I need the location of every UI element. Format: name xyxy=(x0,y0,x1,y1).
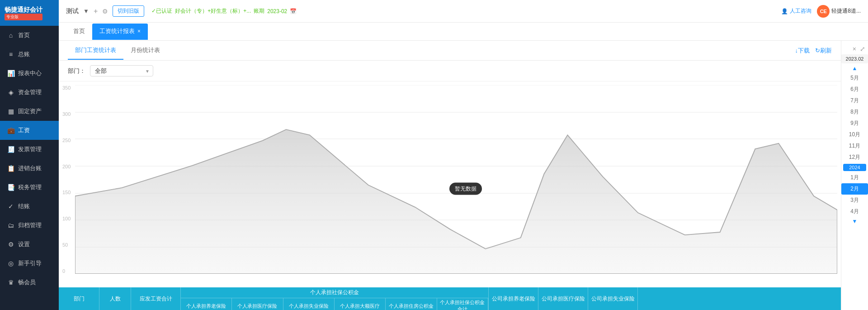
y-label-150: 150 xyxy=(62,190,71,195)
sidebar-item-assets[interactable]: ▦ 固定资产 xyxy=(0,102,59,121)
month-2-2024[interactable]: 2月 xyxy=(841,183,868,195)
add-button[interactable]: + xyxy=(94,7,98,15)
invoice-icon: 🧾 xyxy=(7,146,14,153)
sidebar-item-vip[interactable]: ♛ 畅会员 xyxy=(0,273,59,292)
app-badge: 专业版 xyxy=(5,14,42,20)
sidebar-label-tax: 税务管理 xyxy=(18,183,42,191)
settings-button[interactable]: ⚙ xyxy=(102,8,108,15)
download-button[interactable]: ↓下载 xyxy=(795,47,810,55)
col-count-label: 人数 xyxy=(110,295,121,303)
sidebar-label-home: 首页 xyxy=(18,31,30,39)
col-company-unemployment-label: 公司承担失业保险 xyxy=(591,295,635,303)
date-nav-up[interactable]: ▲ xyxy=(851,64,859,72)
panel-expand-button[interactable]: ⤢ xyxy=(859,44,866,53)
month-8[interactable]: 8月 xyxy=(841,106,868,118)
user-name: 轻捷通8道... xyxy=(831,7,861,15)
sidebar-logo: 畅捷通好会计 专业版 xyxy=(0,0,59,26)
col-total-salary-label: 应发工资合计 xyxy=(140,295,172,303)
month-9[interactable]: 9月 xyxy=(841,118,868,129)
panel-close-button[interactable]: × xyxy=(852,44,857,53)
tab-home-label: 首页 xyxy=(73,28,85,34)
sidebar-label-settle: 结账 xyxy=(18,202,30,210)
month-10[interactable]: 10月 xyxy=(841,129,868,140)
month-7[interactable]: 7月 xyxy=(841,95,868,106)
product-badges: 好会计（专）+好生意（标）+... xyxy=(175,7,251,15)
period-value: 2023-02 xyxy=(267,8,287,14)
group-cols-personal: 个人承担养老保险 个人承担医疗保险 个人承担失业保险 个人承担大额医疗 个人承担 xyxy=(181,298,488,310)
sidebar-item-guide[interactable]: ◎ 新手引导 xyxy=(0,254,59,273)
sidebar-label-guide: 新手引导 xyxy=(18,259,42,267)
col-dept: 部门 xyxy=(59,287,99,310)
panel-controls: × ⤢ xyxy=(841,43,868,53)
y-label-0: 0 xyxy=(62,268,71,274)
sidebar-item-reports[interactable]: 📊 报表中心 xyxy=(0,64,59,83)
tab-salary-report[interactable]: 工资统计报表 × xyxy=(92,24,148,40)
period-label: 账期 xyxy=(254,7,264,15)
month-5[interactable]: 5月 xyxy=(841,72,868,84)
user-menu[interactable]: CE 轻捷通8道... xyxy=(817,5,861,18)
col-medical-label: 个人承担医疗保险 xyxy=(237,303,277,310)
subtab-month-label: 月份统计表 xyxy=(131,47,160,53)
y-label-200: 200 xyxy=(62,164,71,169)
sidebar-label-invoice: 发票管理 xyxy=(18,145,42,153)
tab-home[interactable]: 首页 xyxy=(66,24,92,40)
sales-icon: 📋 xyxy=(7,165,14,172)
dropdown-arrow-icon: ▼ xyxy=(83,8,89,14)
refresh-button[interactable]: ↻刷新 xyxy=(815,47,832,55)
col-pension-label: 个人承担养老保险 xyxy=(186,303,226,310)
sidebar-item-funds[interactable]: ◈ 资金管理 xyxy=(0,83,59,102)
archive-icon: 🗂 xyxy=(7,222,14,229)
assets-icon: ▦ xyxy=(7,108,14,115)
month-4-2024[interactable]: 4月 xyxy=(841,206,868,217)
sidebar-item-invoice[interactable]: 🧾 发票管理 xyxy=(0,140,59,159)
sidebar-item-settings[interactable]: ⚙ 设置 xyxy=(0,235,59,254)
sidebar-item-salary[interactable]: 💼 工资 xyxy=(0,121,59,140)
subtab-dept-label: 部门工资统计表 xyxy=(75,47,116,53)
month-3-2024[interactable]: 3月 xyxy=(841,195,868,206)
tab-close-icon[interactable]: × xyxy=(137,28,141,34)
month-12[interactable]: 12月 xyxy=(841,152,868,163)
year-2024-label[interactable]: 2024 xyxy=(843,164,866,171)
sidebar-item-archive[interactable]: 🗂 归档管理 xyxy=(0,216,59,235)
funds-icon: ◈ xyxy=(7,89,14,96)
certification-badges: ✓已认证 好会计（专）+好生意（标）+... 账期 2023-02 📅 xyxy=(151,7,297,15)
content-area: 部门工资统计表 月份统计表 ↓下载 ↻刷新 部门： 全部 xyxy=(59,41,868,310)
col-personal-pension: 个人承担养老保险 xyxy=(181,298,232,310)
tab-salary-label: 工资统计报表 xyxy=(99,27,135,35)
topbar: 测试 ▼ + ⚙ 切到旧版 ✓已认证 好会计（专）+好生意（标）+... 账期 … xyxy=(59,0,868,23)
sidebar-item-settle[interactable]: ✓ 结账 xyxy=(0,197,59,216)
col-personal-housing: 个人承担住房公积金 xyxy=(386,298,437,310)
subtab-dept[interactable]: 部门工资统计表 xyxy=(68,42,123,60)
subtab-month[interactable]: 月份统计表 xyxy=(123,42,167,60)
month-1-2024[interactable]: 1月 xyxy=(841,172,868,183)
y-label-250: 250 xyxy=(62,138,71,143)
dept-select-wrap: 全部 xyxy=(90,65,153,76)
dept-select[interactable]: 全部 xyxy=(90,65,153,76)
month-11[interactable]: 11月 xyxy=(841,140,868,152)
tabbar: 首页 工资统计报表 × xyxy=(59,23,868,41)
calendar-icon[interactable]: 📅 xyxy=(290,8,297,14)
y-label-350: 350 xyxy=(62,85,71,91)
company-dropdown[interactable]: ▼ xyxy=(83,8,89,14)
month-6[interactable]: 6月 xyxy=(841,84,868,95)
settle-icon: ✓ xyxy=(7,203,14,210)
y-label-300: 300 xyxy=(62,111,71,117)
sidebar-item-tax[interactable]: 📑 税务管理 xyxy=(0,178,59,197)
sidebar-item-ledger[interactable]: ≡ 总账 xyxy=(0,45,59,64)
col-company-medical-label: 公司承担医疗保险 xyxy=(542,295,585,303)
col-company-pension: 公司承担养老保险 xyxy=(489,287,538,310)
main-content: 测试 ▼ + ⚙ 切到旧版 ✓已认证 好会计（专）+好生意（标）+... 账期 … xyxy=(59,0,868,310)
guide-icon: ◎ xyxy=(7,260,14,267)
help-label: 人工咨询 xyxy=(790,7,811,15)
col-group-personal: 个人承担社保公积金 个人承担养老保险 个人承担医疗保险 个人承担失业保险 个人承… xyxy=(181,287,489,310)
subtabs: 部门工资统计表 月份统计表 ↓下载 ↻刷新 xyxy=(59,41,841,61)
app-name: 畅捷通好会计 xyxy=(5,5,42,14)
date-nav-down[interactable]: ▼ xyxy=(851,217,859,225)
sidebar-item-sales[interactable]: 📋 进销台账 xyxy=(0,159,59,178)
switch-old-version-button[interactable]: 切到旧版 xyxy=(113,5,144,17)
help-button[interactable]: 👤 人工咨询 xyxy=(781,7,811,15)
sidebar-label-vip: 畅会员 xyxy=(18,278,36,286)
group-header-personal: 个人承担社保公积金 xyxy=(181,287,488,298)
sidebar-item-home[interactable]: ⌂ 首页 xyxy=(0,26,59,45)
y-axis: 350 300 250 200 150 100 50 0 xyxy=(62,85,71,274)
